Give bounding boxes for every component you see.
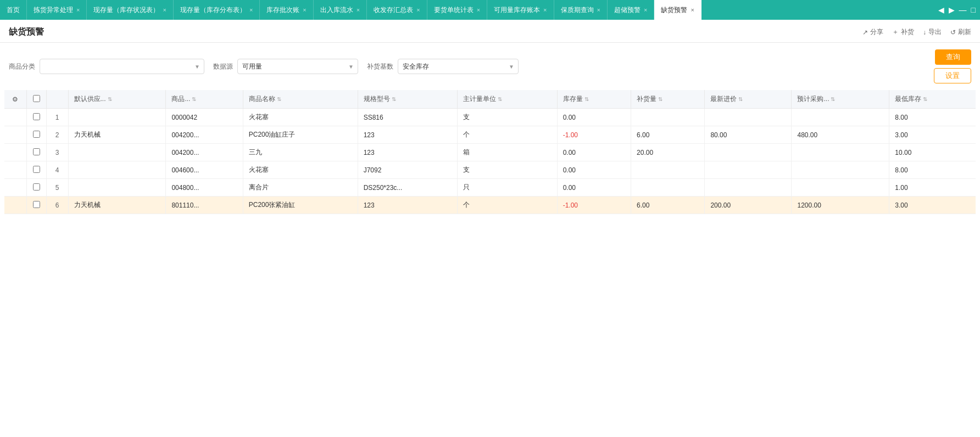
replenish-basis-select-wrapper: 安全库存 (398, 59, 519, 74)
tab-maximize-button[interactable]: □ (969, 0, 978, 20)
th-spec[interactable]: 规格型号 ⇅ (358, 90, 457, 109)
row-checkbox-1[interactable] (33, 131, 40, 138)
th-min-stock[interactable]: 最低库存 ⇅ (889, 90, 976, 109)
tab-shortage[interactable]: 缺货预警 × (654, 0, 701, 20)
tab-next-button[interactable]: ▶ (946, 0, 957, 20)
th-settings[interactable]: ⚙ (4, 90, 26, 109)
query-button[interactable]: 查询 (935, 49, 971, 65)
table-row: 3 004200... 三九 123 箱 0.00 20.00 10.00 (4, 144, 976, 161)
tab-nav-buttons: ◀ ▶ — □ (936, 0, 980, 20)
row-checkbox-3[interactable] (33, 166, 40, 173)
replenish-basis-select[interactable]: 安全库存 (398, 59, 519, 74)
row-latest-price-2 (705, 144, 792, 161)
close-tab-overstock[interactable]: × (644, 7, 647, 13)
row-replenish-1: 6.00 (631, 126, 705, 144)
row-supplier-0 (68, 109, 166, 126)
tab-exception[interactable]: 拣货异常处理 × (27, 0, 87, 20)
close-tab-inventory-status[interactable]: × (163, 7, 166, 13)
row-checkbox-0[interactable] (33, 113, 40, 120)
datasource-select[interactable]: 可用量 (237, 59, 358, 74)
tab-available-ledger[interactable]: 可用量库存账本 × (487, 0, 554, 20)
row-est-purchase-2 (792, 144, 889, 161)
row-code-1: 004200... (166, 126, 243, 144)
row-code-5: 801110... (166, 197, 243, 214)
close-tab-exception[interactable]: × (76, 7, 80, 13)
tab-demand-stat[interactable]: 要货单统计表 × (427, 0, 487, 20)
th-latest-price[interactable]: 最新进价 ⇅ (705, 90, 792, 109)
row-checkbox-4[interactable] (33, 183, 40, 191)
close-tab-in-out-flow[interactable]: × (357, 7, 360, 13)
close-tab-inventory-dist[interactable]: × (249, 7, 253, 13)
close-tab-demand-stat[interactable]: × (477, 7, 480, 13)
th-default-supplier[interactable]: 默认供应... ⇅ (68, 90, 166, 109)
row-name-2: 三九 (243, 144, 358, 161)
table-row: 5 004800... 离合片 DS250*23c... 只 0.00 1.00 (4, 179, 976, 197)
row-spec-4: DS250*23c... (358, 179, 457, 197)
close-tab-batch-account[interactable]: × (303, 7, 306, 13)
datasource-label: 数据源 (213, 62, 233, 71)
th-product-code[interactable]: 商品... ⇅ (166, 90, 243, 109)
tab-inventory-dist[interactable]: 现存量（库存分布表） × (174, 0, 260, 20)
row-stock-0: 0.00 (557, 109, 631, 126)
row-checkbox-cell-5 (26, 197, 46, 214)
tab-prev-button[interactable]: ◀ (936, 0, 946, 20)
replenish-icon: ＋ (892, 27, 899, 37)
row-num-5: 6 (46, 197, 68, 214)
row-unit-4: 只 (457, 179, 557, 197)
close-tab-expiry-query[interactable]: × (597, 7, 600, 13)
close-tab-receive-summary[interactable]: × (416, 7, 420, 13)
category-filter-group: 商品分类 (9, 59, 204, 74)
tab-minimize-button[interactable]: — (957, 0, 969, 20)
row-checkbox-2[interactable] (33, 148, 40, 155)
row-min-stock-3: 8.00 (889, 161, 976, 179)
category-select[interactable] (40, 59, 204, 74)
tab-in-out-flow[interactable]: 出入库流水 × (314, 0, 367, 20)
row-supplier-1: 力天机械 (68, 126, 166, 144)
row-name-1: PC200油缸庄子 (243, 126, 358, 144)
tab-batch-account[interactable]: 库存批次账 × (260, 0, 313, 20)
row-replenish-0 (631, 109, 705, 126)
row-replenish-2: 20.00 (631, 144, 705, 161)
row-code-2: 004200... (166, 144, 243, 161)
th-row-num (46, 90, 68, 109)
row-checkbox-cell-0 (26, 109, 46, 126)
main-content: 缺货预警 ↗ 分享 ＋ 补货 ↓ 导出 ↺ 刷新 商品分类 (0, 20, 980, 437)
row-supplier-5: 力天机械 (68, 197, 166, 214)
settings-button[interactable]: 设置 (934, 68, 971, 83)
row-checkbox-5[interactable] (33, 201, 40, 208)
row-stock-4: 0.00 (557, 179, 631, 197)
row-name-4: 离合片 (243, 179, 358, 197)
tab-expiry-query[interactable]: 保质期查询 × (554, 0, 608, 20)
row-spec-2: 123 (358, 144, 457, 161)
row-unit-0: 支 (457, 109, 557, 126)
filter-bar: 商品分类 数据源 可用量 补货基数 安全库存 (0, 43, 980, 90)
select-all-checkbox[interactable] (33, 95, 40, 102)
th-stock[interactable]: 库存量 ⇅ (557, 90, 631, 109)
row-unit-3: 支 (457, 161, 557, 179)
th-est-purchase[interactable]: 预计采购... ⇅ (792, 90, 889, 109)
tab-inventory-status[interactable]: 现存量（库存状况表） × (87, 0, 173, 20)
row-replenish-5: 6.00 (631, 197, 705, 214)
row-checkbox-cell-3 (26, 161, 46, 179)
th-product-name[interactable]: 商品名称 ⇅ (243, 90, 358, 109)
row-gear-5 (4, 197, 26, 214)
row-supplier-2 (68, 144, 166, 161)
row-est-purchase-1: 480.00 (792, 126, 889, 144)
th-replenish-qty[interactable]: 补货量 ⇅ (631, 90, 705, 109)
share-button[interactable]: ↗ 分享 (862, 27, 883, 37)
replenish-basis-filter-group: 补货基数 安全库存 (367, 59, 519, 74)
refresh-button[interactable]: ↺ 刷新 (950, 27, 971, 37)
export-button[interactable]: ↓ 导出 (923, 27, 942, 37)
tab-home[interactable]: 首页 (0, 0, 27, 20)
row-est-purchase-4 (792, 179, 889, 197)
row-min-stock-0: 8.00 (889, 109, 976, 126)
close-tab-shortage[interactable]: × (691, 7, 694, 13)
tab-overstock[interactable]: 超储预警 × (608, 0, 654, 20)
replenish-button[interactable]: ＋ 补货 (892, 27, 914, 37)
close-tab-available-ledger[interactable]: × (543, 7, 547, 13)
row-num-0: 1 (46, 109, 68, 126)
share-icon: ↗ (862, 29, 868, 36)
row-checkbox-cell-2 (26, 144, 46, 161)
tab-receive-summary[interactable]: 收发存汇总表 × (367, 0, 427, 20)
th-unit[interactable]: 主计量单位 ⇅ (457, 90, 557, 109)
